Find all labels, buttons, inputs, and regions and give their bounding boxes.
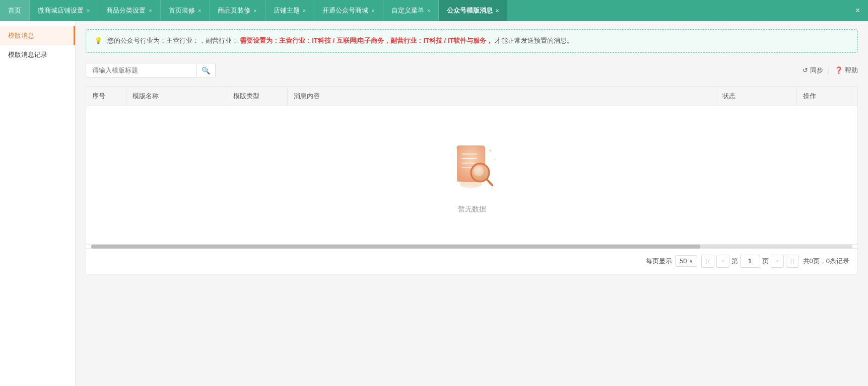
tab-bar-close-all[interactable]: × — [847, 6, 868, 15]
tab-wechat-shop[interactable]: 微商城店铺设置 × — [30, 0, 98, 21]
notice-highlight: 需要设置为：主营行业：IT科技 / 互联网|电子商务，副营行业：IT科技 / I… — [240, 37, 493, 44]
tab-template-msg[interactable]: 公众号模版消息 × — [439, 0, 507, 21]
svg-text:✦: ✦ — [488, 148, 492, 153]
tab-shop-theme[interactable]: 店铺主题 × — [265, 0, 314, 21]
search-icon: 🔍 — [202, 66, 210, 74]
search-bar: 🔍 ↺ 同步 | ❓ 帮助 — [86, 63, 858, 78]
search-right: ↺ 同步 | ❓ 帮助 — [803, 66, 858, 75]
page-total: 共0页，0条记录 — [803, 257, 849, 266]
notice-box: 💡 您的公众号行业为：主营行业：，副营行业： 需要设置为：主营行业：IT科技 /… — [86, 29, 858, 53]
th-content: 消息内容 — [288, 87, 716, 106]
empty-text: 暂无数据 — [458, 205, 486, 214]
page-unit: 页 — [762, 257, 769, 266]
th-seq: 序号 — [86, 87, 126, 106]
sync-icon: ↺ — [803, 66, 808, 74]
tab-open-mall[interactable]: 开通公众号商城 × — [314, 0, 383, 21]
chevron-down-icon: ∨ — [689, 258, 693, 264]
tab-close-open-mall[interactable]: × — [371, 8, 374, 14]
page-input[interactable] — [740, 255, 760, 268]
tab-custom-menu[interactable]: 自定义菜单 × — [383, 0, 439, 21]
main-layout: 模版消息 模版消息记录 💡 您的公众号行业为：主营行业：，副营行业： 需要设置为… — [0, 21, 868, 386]
tab-close-product-category[interactable]: × — [149, 8, 152, 14]
tab-close-home-decor[interactable]: × — [198, 8, 201, 14]
page-nav: ⟨⟨ ＜ 第 页 ＞ ⟩⟩ — [701, 255, 799, 268]
tab-bar: 首页 微商城店铺设置 × 商品分类设置 × 首页装修 × 商品页装修 × 店铺主… — [0, 0, 868, 21]
content-area: 💡 您的公众号行业为：主营行业：，副营行业： 需要设置为：主营行业：IT科技 /… — [76, 21, 868, 386]
svg-text:✦: ✦ — [493, 158, 496, 161]
scroll-track — [91, 245, 852, 249]
page-label: 第 — [731, 257, 738, 266]
tab-home-decor[interactable]: 首页装修 × — [161, 0, 210, 21]
scroll-thumb[interactable] — [91, 245, 700, 249]
table-container: 序号 模版名称 模版类型 消息内容 状态 操作 — [86, 86, 858, 274]
notice-suffix: 才能正常发送预置的消息。 — [495, 37, 573, 44]
sidebar-item-template-msg[interactable]: 模版消息 — [0, 26, 75, 45]
notice-prefix: 您的公众号行业为：主营行业：，副营行业： — [107, 37, 238, 44]
th-name: 模版名称 — [126, 87, 227, 106]
tab-product-category[interactable]: 商品分类设置 × — [98, 0, 160, 21]
page-prev-btn[interactable]: ＜ — [716, 255, 729, 268]
tab-close-product-decor[interactable]: × — [253, 8, 256, 14]
per-page-wrap: 每页显示 50 ∨ — [646, 255, 697, 267]
table-header: 序号 模版名称 模版类型 消息内容 状态 操作 — [86, 87, 857, 106]
tab-home[interactable]: 首页 — [0, 0, 30, 21]
help-button[interactable]: ❓ 帮助 — [835, 66, 858, 75]
per-page-label: 每页显示 — [646, 257, 672, 266]
sidebar-item-template-msg-log[interactable]: 模版消息记录 — [0, 45, 75, 64]
search-button[interactable]: 🔍 — [196, 63, 216, 78]
empty-state: ✦ ✦ 暂无数据 — [86, 106, 857, 244]
svg-line-8 — [487, 179, 492, 185]
tab-close-shop-theme[interactable]: × — [303, 8, 306, 14]
pagination: 每页显示 50 ∨ ⟨⟨ ＜ 第 页 ＞ ⟩⟩ 共0页，0条记录 — [86, 248, 857, 274]
sync-button[interactable]: ↺ 同步 — [803, 66, 823, 75]
search-input[interactable] — [86, 63, 196, 78]
page-first-btn[interactable]: ⟨⟨ — [701, 255, 714, 268]
notice-icon: 💡 — [94, 37, 102, 44]
per-page-select[interactable]: 50 ∨ — [675, 255, 697, 267]
tab-close-custom-menu[interactable]: × — [427, 8, 430, 14]
th-action: 操作 — [797, 87, 857, 106]
empty-illustration: ✦ ✦ — [442, 136, 502, 197]
sidebar: 模版消息 模版消息记录 — [0, 21, 76, 386]
tab-product-decor[interactable]: 商品页装修 × — [210, 0, 265, 21]
tab-close-wechat-shop[interactable]: × — [87, 8, 90, 14]
divider: | — [828, 66, 830, 74]
tab-close-template-msg[interactable]: × — [496, 8, 499, 14]
scroll-bar-area[interactable] — [86, 244, 857, 248]
page-next-btn[interactable]: ＞ — [771, 255, 784, 268]
th-type: 模版类型 — [227, 87, 288, 106]
help-icon: ❓ — [835, 66, 843, 74]
svg-point-7 — [474, 166, 484, 176]
th-status: 状态 — [716, 87, 797, 106]
page-last-btn[interactable]: ⟩⟩ — [786, 255, 799, 268]
search-left: 🔍 — [86, 63, 216, 78]
